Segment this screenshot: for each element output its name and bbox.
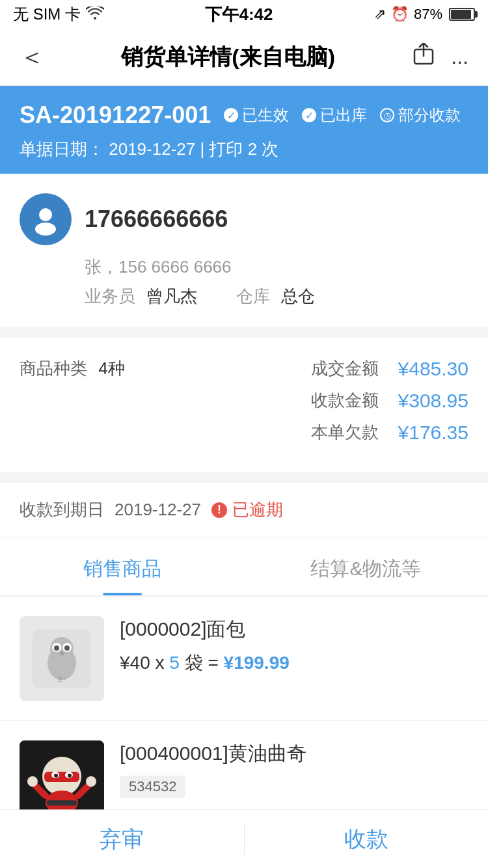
check-icon-2: ✓ [302, 108, 316, 122]
salesperson-value: 曾凡杰 [146, 286, 197, 306]
more-button[interactable]: ... [451, 45, 468, 69]
abandon-review-button[interactable]: 弃审 [0, 811, 244, 867]
payment-amount-row: 收款金额 ¥308.95 [311, 389, 468, 412]
svg-rect-25 [47, 800, 77, 806]
product-qty-1: 5 [169, 653, 180, 673]
status-left: 无 SIM 卡 [13, 4, 104, 25]
status-bar: 无 SIM 卡 下午4:42 ⇗ ⏰ 87% [0, 0, 488, 29]
collect-payment-button[interactable]: 收款 [245, 811, 489, 867]
customer-id: 17666666666 [85, 206, 228, 233]
check-icon-1: ✓ [224, 108, 238, 122]
transaction-amount-row: 成交金额 ¥485.30 [311, 357, 468, 380]
transaction-amount: ¥485.30 [398, 358, 468, 380]
bottom-action-bar: 弃审 收款 [0, 809, 488, 868]
customer-id-row: 17666666666 [20, 193, 468, 245]
product-types-label: 商品种类 [20, 359, 87, 378]
product-unit-1: 袋 [185, 653, 203, 673]
svg-point-24 [86, 776, 96, 787]
product-total-1: ¥199.99 [224, 653, 290, 673]
tab-sales-label: 销售商品 [83, 558, 161, 579]
due-date-label: 收款到期日 [20, 498, 104, 521]
svg-text:昱+: 昱+ [57, 676, 66, 683]
order-id: SA-20191227-001 [20, 102, 211, 129]
product-types-value: 4种 [98, 359, 124, 378]
svg-point-2 [39, 208, 52, 221]
product-separator-1: x [156, 653, 170, 673]
share-button[interactable] [412, 43, 435, 72]
tab-settlement[interactable]: 结算&物流等 [244, 537, 488, 595]
financial-stats: 成交金额 ¥485.30 收款金额 ¥308.95 本单欠款 ¥176.35 [311, 357, 468, 453]
status-right: ⇗ ⏰ 87% [374, 6, 475, 23]
svg-point-9 [54, 645, 59, 651]
svg-point-23 [27, 776, 38, 787]
tabs-section: 销售商品 结算&物流等 [0, 537, 488, 597]
status-label-3: 部分收款 [398, 105, 461, 126]
order-id-row: SA-20191227-001 ✓ 已生效 ✓ 已出库 ◷ 部分收款 [20, 102, 468, 129]
order-date-row: 单据日期： 2019-12-27 | 打印 2 次 [20, 138, 468, 161]
clock-icon: ◷ [380, 108, 394, 122]
customer-section: 17666666666 张，156 6666 6666 业务员 曾凡杰 仓库 总… [0, 174, 488, 327]
svg-point-18 [54, 774, 58, 778]
order-header-banner: SA-20191227-001 ✓ 已生效 ✓ 已出库 ◷ 部分收款 单据日期：… [0, 86, 488, 174]
product-name-1: [0000002]面包 [120, 616, 468, 643]
customer-meta: 业务员 曾凡杰 仓库 总仓 [20, 285, 468, 308]
customer-avatar [20, 193, 72, 245]
overdue-badge: ! 已逾期 [211, 498, 283, 521]
status-delivered: ✓ 已出库 [302, 105, 367, 126]
overdue-label: 已逾期 [232, 498, 283, 521]
warehouse-value: 总仓 [281, 286, 315, 306]
status-time: 下午4:42 [205, 3, 273, 26]
product-item-1: 昱+ [0000002]面包 ¥40 x 5 袋 = ¥199.99 [0, 597, 488, 721]
warehouse-field: 仓库 总仓 [236, 285, 315, 308]
nav-actions: ... [412, 43, 468, 72]
payment-label: 收款金额 [311, 389, 379, 412]
alarm-icon: ⏰ [391, 6, 409, 23]
battery-percent: 87% [414, 6, 442, 23]
status-partial-payment: ◷ 部分收款 [380, 105, 461, 126]
warehouse-label: 仓库 [236, 286, 270, 306]
battery-icon [449, 8, 475, 21]
transaction-label: 成交金额 [311, 357, 379, 380]
product-info-1: [0000002]面包 ¥40 x 5 袋 = ¥199.99 [120, 616, 468, 675]
product-unit-price-1: ¥40 [120, 653, 150, 673]
svg-point-10 [64, 645, 70, 651]
product-equals-1: = [208, 653, 223, 673]
svg-point-19 [68, 774, 72, 778]
page-title: 销货单详情(来自电脑) [121, 42, 335, 72]
nav-bar: ＜ 销货单详情(来自电脑) ... [0, 29, 488, 86]
payment-amount: ¥308.95 [398, 390, 468, 412]
status-label-1: 已生效 [242, 105, 289, 126]
product-types-field: 商品种类 4种 [20, 357, 125, 380]
product-price-1: ¥40 x 5 袋 = ¥199.99 [120, 651, 468, 675]
product-name-2: [000400001]黄油曲奇 [120, 740, 468, 767]
product-thumbnail-1: 昱+ [20, 616, 104, 701]
carrier-label: 无 SIM 卡 [13, 4, 81, 25]
wifi-icon [86, 5, 104, 23]
product-sku-2: 534532 [120, 776, 185, 798]
stats-section: 商品种类 4种 成交金额 ¥485.30 收款金额 ¥308.95 本单欠款 ¥… [0, 338, 488, 472]
owed-label: 本单欠款 [311, 421, 379, 444]
tab-settlement-label: 结算&物流等 [310, 558, 421, 579]
back-button[interactable]: ＜ [20, 40, 44, 74]
due-date-section: 收款到期日 2019-12-27 ! 已逾期 [0, 483, 488, 537]
salesperson-label: 业务员 [85, 286, 135, 306]
svg-rect-15 [44, 772, 79, 782]
location-icon: ⇗ [374, 6, 386, 23]
tab-sales-products[interactable]: 销售商品 [0, 537, 244, 595]
date-label: 单据日期： [20, 139, 104, 159]
owed-amount: ¥176.35 [398, 422, 468, 444]
overdue-icon: ! [211, 502, 227, 518]
due-date-value: 2019-12-27 [115, 500, 201, 520]
status-label-2: 已出库 [320, 105, 367, 126]
status-activated: ✓ 已生效 [224, 105, 289, 126]
svg-point-3 [35, 223, 56, 236]
order-date: 2019-12-27 [109, 139, 195, 159]
owed-amount-row: 本单欠款 ¥176.35 [311, 421, 468, 444]
salesperson-field: 业务员 曾凡杰 [85, 285, 197, 308]
print-info: | 打印 2 次 [200, 139, 278, 159]
customer-contact: 张，156 6666 6666 [20, 256, 468, 278]
